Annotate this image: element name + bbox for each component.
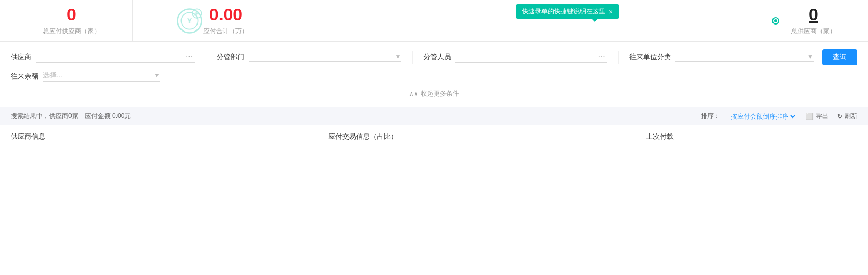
shortcut-tooltip: 快速录单的快捷键说明在这里 × (516, 4, 619, 19)
filter-row-2: 往来余额 选择... ▼ (11, 70, 857, 82)
payable-total-value: 0.00 (209, 5, 242, 24)
person-label: 分管人员 (423, 52, 451, 62)
tooltip-text: 快速录单的快捷键说明在这里 (522, 7, 605, 16)
total-suppliers-label: 总供应商（家） (791, 27, 836, 36)
total-payable-suppliers-stat: 0 总应付供应商（家） (0, 0, 133, 41)
person-filter: 分管人员 ··· (423, 52, 607, 63)
collapse-row: ∧∧ 收起更多条件 (11, 87, 857, 103)
person-input-wrap: ··· (455, 52, 607, 63)
sort-label: 排序： (701, 112, 720, 121)
export-icon: ⬜ (806, 113, 814, 120)
collapse-up-icon: ∧∧ (409, 90, 419, 98)
total-payable-suppliers-label: 总应付供应商（家） (43, 27, 100, 36)
results-amount: 应付金额 0.00元 (85, 112, 131, 121)
payable-total-label: 应付合计（万） (203, 27, 248, 36)
person-dots-button[interactable]: ··· (596, 52, 607, 61)
divider-2 (412, 51, 413, 64)
balance-select-wrap: 选择... ▼ (43, 70, 160, 82)
table-body (0, 148, 868, 275)
tooltip-dot (773, 18, 778, 23)
total-suppliers-value: 0 (809, 5, 818, 24)
unit-category-arrow-icon[interactable]: ▼ (807, 53, 814, 60)
supplier-filter: 供应商 ··· (11, 52, 195, 63)
balance-arrow-icon[interactable]: ▼ (154, 72, 160, 79)
svg-text:米: 米 (194, 11, 199, 17)
filter-row-1: 供应商 ··· 分管部门 ▼ 分管人员 ··· (11, 49, 857, 65)
divider-1 (206, 51, 206, 64)
divider-3 (618, 51, 619, 64)
refresh-button[interactable]: ↻ 刷新 (837, 112, 857, 121)
total-payable-suppliers-value: 0 (67, 5, 76, 24)
refresh-label: 刷新 (845, 112, 857, 121)
query-button[interactable]: 查询 (822, 49, 857, 65)
supplier-input-wrap: ··· (36, 52, 195, 63)
stats-bar: 0 总应付供应商（家） ¥ 米 0.00 应付合计（万） 快速录单的快捷键说明在… (0, 0, 868, 42)
results-suppliers: 搜索结果中，供应商0家 (11, 112, 78, 121)
unit-category-filter: 往来单位分类 ▼ (629, 52, 814, 62)
sort-select[interactable]: 按应付会额倒序排序 (729, 112, 797, 121)
balance-label: 往来余额 (11, 72, 38, 81)
dept-label: 分管部门 (217, 52, 244, 62)
export-button[interactable]: ⬜ 导出 (806, 112, 828, 121)
collapse-button[interactable]: ∧∧ 收起更多条件 (409, 89, 459, 98)
tooltip-close-button[interactable]: × (609, 7, 613, 16)
export-label: 导出 (816, 112, 828, 121)
coin-icon: ¥ 米 (176, 7, 203, 35)
table-header: 供应商信息 应付交易信息（占比） 上次付款 (0, 125, 868, 148)
col-last-pay-header: 上次付款 (646, 132, 858, 142)
person-input[interactable] (455, 52, 596, 60)
collapse-label: 收起更多条件 (421, 89, 459, 98)
refresh-icon: ↻ (837, 113, 842, 120)
results-bar: 搜索结果中，供应商0家 应付金额 0.00元 排序： 按应付会额倒序排序 ⬜ 导… (0, 107, 868, 125)
coin-icon-area: ¥ 米 0.00 应付合计（万） (133, 0, 291, 41)
supplier-dots-button[interactable]: ··· (184, 52, 195, 61)
filter-area: 供应商 ··· 分管部门 ▼ 分管人员 ··· (0, 42, 868, 107)
supplier-label: 供应商 (11, 52, 31, 62)
dept-arrow-icon[interactable]: ▼ (395, 53, 401, 60)
col-supplier-header: 供应商信息 (11, 132, 328, 142)
balance-filter: 往来余额 选择... ▼ (11, 70, 160, 82)
dept-filter: 分管部门 ▼ (217, 52, 401, 62)
results-actions: 排序： 按应付会额倒序排序 ⬜ 导出 ↻ 刷新 (701, 112, 857, 121)
supplier-input[interactable] (36, 52, 184, 60)
unit-category-label: 往来单位分类 (629, 52, 671, 62)
results-summary: 搜索结果中，供应商0家 应付金额 0.00元 (11, 112, 131, 121)
balance-placeholder: 选择... (43, 70, 154, 80)
unit-category-select-wrap: ▼ (675, 53, 814, 62)
col-trans-header: 应付交易信息（占比） (328, 132, 646, 142)
svg-text:¥: ¥ (187, 17, 192, 25)
dept-select-wrap: ▼ (249, 53, 401, 62)
query-button-wrap: 查询 (822, 49, 857, 65)
